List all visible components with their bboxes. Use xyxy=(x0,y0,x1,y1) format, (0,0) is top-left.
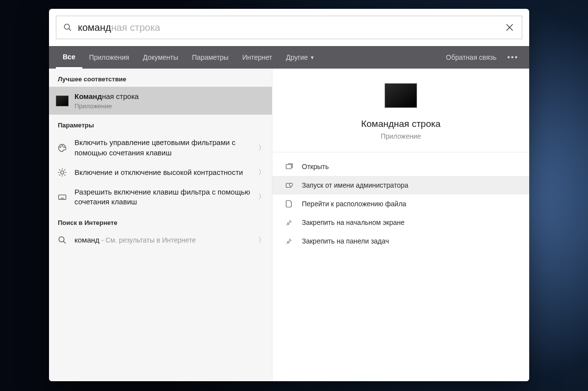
admin-shield-icon xyxy=(283,181,295,190)
action-label: Закрепить на панели задач xyxy=(302,237,389,245)
action-label: Открыть xyxy=(302,163,329,171)
section-settings: Параметры xyxy=(49,115,272,133)
result-label: команд - См. результаты в Интернете xyxy=(74,235,254,245)
result-setting-color-filters[interactable]: Включить управление цветовыми фильтрами … xyxy=(49,133,272,163)
detail-subtitle: Приложение xyxy=(381,132,421,140)
chevron-right-icon: 〉 xyxy=(254,193,265,201)
chevron-right-icon: 〉 xyxy=(254,144,265,152)
result-label: Включить управление цветовыми фильтрами … xyxy=(74,138,254,158)
svg-point-21 xyxy=(59,237,64,242)
result-label: Включение и отключение высокой контрастн… xyxy=(74,168,254,177)
pin-icon xyxy=(283,218,295,227)
chevron-right-icon: 〉 xyxy=(254,168,265,177)
close-icon[interactable] xyxy=(504,22,515,33)
result-label: Разрешить включение клавиш фильтра с пом… xyxy=(74,187,254,207)
windows-search-panel: командная строка Все Приложения Документ… xyxy=(49,9,529,381)
chevron-right-icon: 〉 xyxy=(254,236,265,244)
detail-pane: Командная строка Приложение Открыть xyxy=(272,69,529,381)
action-pin-start[interactable]: Закрепить на начальном экране xyxy=(272,213,529,232)
search-bar[interactable]: командная строка xyxy=(56,16,522,39)
svg-line-1 xyxy=(69,28,71,31)
svg-line-15 xyxy=(65,170,66,171)
keyboard-icon xyxy=(56,192,69,202)
search-icon xyxy=(63,23,72,32)
result-setting-high-contrast[interactable]: Включение и отключение высокой контрастн… xyxy=(49,163,272,182)
result-web-search[interactable]: команд - См. результаты в Интернете 〉 xyxy=(49,230,272,250)
chevron-down-icon: ▼ xyxy=(310,55,315,60)
detail-header: Командная строка Приложение xyxy=(272,69,529,152)
result-title: Командная строка xyxy=(74,92,265,101)
tab-docs[interactable]: Документы xyxy=(136,46,185,69)
tab-settings[interactable]: Параметры xyxy=(185,46,236,69)
command-prompt-icon xyxy=(385,83,417,108)
action-label: Закрепить на начальном экране xyxy=(302,219,405,226)
action-pin-taskbar[interactable]: Закрепить на панели задач xyxy=(272,232,529,250)
action-label: Перейти к расположению файла xyxy=(302,200,406,208)
svg-point-5 xyxy=(62,146,63,147)
more-options-icon[interactable]: ••• xyxy=(503,53,522,62)
brightness-icon xyxy=(56,168,69,177)
search-scope-tabs: Все Приложения Документы Параметры Интер… xyxy=(49,46,529,69)
svg-point-7 xyxy=(61,171,64,174)
action-open-file-location[interactable]: Перейти к расположению файла xyxy=(272,195,529,213)
detail-title: Командная строка xyxy=(361,119,441,129)
folder-icon xyxy=(283,199,295,208)
svg-point-4 xyxy=(60,147,61,147)
search-icon xyxy=(56,236,69,244)
svg-point-0 xyxy=(64,24,70,29)
tab-web[interactable]: Интернет xyxy=(235,46,279,69)
open-icon xyxy=(283,162,295,171)
tab-more[interactable]: Другие ▼ xyxy=(279,46,322,69)
result-command-prompt[interactable]: Командная строка Приложение xyxy=(49,87,272,115)
result-setting-filter-keys[interactable]: Разрешить включение клавиш фильтра с пом… xyxy=(49,182,272,212)
svg-line-14 xyxy=(59,174,60,175)
results-list: Лучшее соответствие Командная строка При… xyxy=(49,69,272,381)
feedback-link[interactable]: Обратная связь xyxy=(439,53,503,61)
palette-icon xyxy=(56,143,69,153)
tab-all[interactable]: Все xyxy=(56,46,82,69)
action-run-as-admin[interactable]: Запуск от имени администратора xyxy=(272,176,529,195)
result-subtitle: Приложение xyxy=(74,102,265,110)
svg-line-13 xyxy=(65,174,66,175)
search-body: Лучшее соответствие Командная строка При… xyxy=(49,69,529,381)
command-prompt-icon xyxy=(56,96,69,106)
pin-icon xyxy=(283,237,295,245)
section-web: Поиск в Интернете xyxy=(49,212,272,230)
tab-apps[interactable]: Приложения xyxy=(82,46,136,69)
action-open[interactable]: Открыть xyxy=(272,157,529,176)
svg-rect-23 xyxy=(286,165,292,169)
svg-rect-16 xyxy=(59,195,66,199)
search-input[interactable]: командная строка xyxy=(78,16,504,39)
tab-more-label: Другие xyxy=(286,53,308,61)
svg-line-12 xyxy=(59,170,60,171)
svg-point-6 xyxy=(64,147,65,147)
search-typed-text: команд xyxy=(78,22,111,33)
section-best-match: Лучшее соответствие xyxy=(49,69,272,87)
action-label: Запуск от имени администратора xyxy=(302,181,408,189)
svg-line-22 xyxy=(63,241,66,244)
detail-actions: Открыть Запуск от имени администратора xyxy=(272,152,529,255)
search-suggestion-text: ная строка xyxy=(111,22,160,33)
